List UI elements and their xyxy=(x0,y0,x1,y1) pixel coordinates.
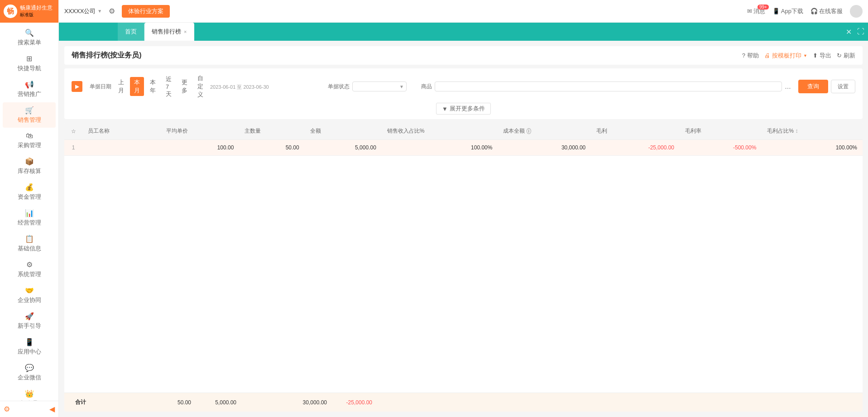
template-print-label: 按模板打印 xyxy=(772,52,801,60)
footer-row: 合计 50.00 5,000.00 30,000.00 -25,000.00 xyxy=(70,397,857,408)
sidebar-item-inventory-label: 库存核算 xyxy=(18,167,41,175)
date-tab-prev[interactable]: 上月 xyxy=(114,77,128,96)
search-btn[interactable]: 查询 xyxy=(798,80,828,93)
gross-pct-sort-icon[interactable]: ↕ xyxy=(795,127,798,134)
settings-btn[interactable]: 设置 xyxy=(831,80,855,93)
table-footer: 合计 50.00 5,000.00 30,000.00 -25,000.00 xyxy=(64,393,863,412)
sidebar-item-finance-label: 资金管理 xyxy=(18,193,41,201)
tab-home[interactable]: 首页 xyxy=(118,23,144,41)
date-tab-7days[interactable]: 近7天 xyxy=(162,74,176,100)
status-select[interactable] xyxy=(352,81,407,91)
sidebar-item-basic[interactable]: 📋 基础信息 xyxy=(3,231,56,256)
filter-buttons: 查询 设置 xyxy=(798,80,855,93)
newbie-icon: 🚀 xyxy=(25,312,34,321)
col-avg-price: 平均单价 xyxy=(161,123,239,140)
sidebar-item-marketing[interactable]: 📢 营销推广 xyxy=(3,77,56,102)
date-tab-year[interactable]: 本年 xyxy=(146,77,160,96)
logo-text: 畅康通好生意 xyxy=(20,5,53,12)
marketing-icon: 📢 xyxy=(25,80,34,89)
col-qty: 主数量 xyxy=(239,123,304,140)
sidebar-item-purchase[interactable]: 🛍 采购管理 xyxy=(3,128,56,153)
sidebar-item-basic-label: 基础信息 xyxy=(18,244,41,253)
sidebar-item-newbie-label: 新手引导 xyxy=(18,322,41,330)
sidebar-item-search-label: 搜索菜单 xyxy=(18,38,41,47)
data-table: ☆ 员工名称 平均单价 主数量 全额 销售收入占比% 成本全额 i 毛利 毛利率… xyxy=(64,123,863,156)
sidebar-collapse-icon[interactable]: ◀ xyxy=(49,405,55,413)
sidebar-item-search[interactable]: 🔍 搜索菜单 xyxy=(3,25,56,50)
sidebar-item-marketing-label: 营销推广 xyxy=(18,90,41,98)
template-print-btn[interactable]: 🖨 按模板打印 ▼ xyxy=(764,52,807,60)
goods-filter: 商品 … xyxy=(421,81,791,91)
cell-cost: 30,000.00 xyxy=(498,140,591,156)
cell-gross-pct: 100.00% xyxy=(762,140,863,156)
sidebar-item-member[interactable]: 👑 畅会员 xyxy=(3,386,56,401)
purchase-icon: 🛍 xyxy=(26,132,33,140)
sidebar-item-app-center[interactable]: 📱 应用中心 xyxy=(3,334,56,359)
cell-gross: -25,000.00 xyxy=(591,140,680,156)
tabbar-right: ✕ ⛶ xyxy=(846,28,868,36)
more-conditions-label: 展开更多条件 xyxy=(450,105,485,113)
message-btn[interactable]: ✉ 消息 99+ xyxy=(747,7,765,15)
date-tab-cur[interactable]: 本月 xyxy=(130,77,144,96)
sidebar-item-finance[interactable]: 💰 资金管理 xyxy=(3,179,56,205)
filter-area: ▶ 单据日期 上月 本月 本年 xyxy=(64,68,863,119)
sidebar-item-collab[interactable]: 🤝 企业协同 xyxy=(3,283,56,308)
app-center-icon: 📱 xyxy=(25,338,34,346)
filter-toggle-icon: ▶ xyxy=(75,83,79,90)
sidebar-item-operation-label: 经营管理 xyxy=(18,219,41,227)
service-icon: 🎧 xyxy=(810,8,818,14)
sidebar-item-inventory[interactable]: 📦 库存核算 xyxy=(3,153,56,179)
company-selector[interactable]: XXXXX公司 ▼ xyxy=(64,7,102,15)
goods-input[interactable] xyxy=(435,81,782,91)
user-avatar[interactable] xyxy=(850,5,863,18)
date-tab-custom[interactable]: 自定义 xyxy=(193,73,207,100)
filter-toggle-btn[interactable]: ▶ xyxy=(72,81,82,92)
filter-row: ▶ 单据日期 上月 本月 本年 xyxy=(72,73,855,100)
refresh-btn[interactable]: ↻ 刷新 xyxy=(837,52,855,60)
more-conditions-btn[interactable]: ▼ 展开更多条件 xyxy=(436,103,491,115)
sidebar-item-quick-nav[interactable]: ⊞ 快捷导航 xyxy=(3,51,56,76)
sidebar-item-purchase-label: 采购管理 xyxy=(18,141,41,149)
service-label: 在线客服 xyxy=(819,7,843,15)
cost-info-icon[interactable]: i xyxy=(527,128,531,134)
sidebar-item-wechat[interactable]: 💬 企业微信 xyxy=(3,360,56,385)
app-download-btn[interactable]: 📱 App下载 xyxy=(772,7,803,15)
more-conditions-row: ▼ 展开更多条件 xyxy=(72,103,855,115)
help-icon: ? xyxy=(742,52,745,59)
search-icon: 🔍 xyxy=(25,29,34,37)
footer-qty: 50.00 xyxy=(160,398,197,407)
cell-gross-rate: -500.00% xyxy=(680,140,762,156)
quick-nav-icon: ⊞ xyxy=(26,54,32,63)
basic-icon: 📋 xyxy=(25,235,34,243)
date-filter: 单据日期 上月 本月 本年 近7天 xyxy=(90,73,313,100)
wechat-icon: 💬 xyxy=(25,364,34,372)
sidebar-item-collab-label: 企业协同 xyxy=(18,296,41,304)
sidebar-item-operation[interactable]: 📊 经营管理 xyxy=(3,205,56,230)
tab-sales-ranking[interactable]: 销售排行榜 × xyxy=(144,23,194,41)
goods-more-icon[interactable]: … xyxy=(785,83,791,90)
col-name: 员工名称 xyxy=(82,123,161,140)
date-tab-more[interactable]: 更多 xyxy=(177,77,192,96)
tab-restore-icon[interactable]: ⛶ xyxy=(857,28,864,36)
topbar-settings-btn[interactable]: ⚙ xyxy=(106,5,118,18)
sidebar-item-system[interactable]: ⚙ 系统管理 xyxy=(3,257,56,282)
sidebar-item-sales[interactable]: 🛒 销售管理 xyxy=(3,102,56,128)
date-tabs: 上月 本月 本年 近7天 更多 xyxy=(114,73,207,100)
sidebar-bottom: ⚙ ◀ xyxy=(0,401,58,417)
export-btn[interactable]: ⬆ 导出 xyxy=(813,52,831,60)
tab-home-label: 首页 xyxy=(125,28,137,36)
sidebar-logo: 畅 畅康通好生意 标准版 xyxy=(0,0,58,23)
footer-label: 合计 xyxy=(70,397,160,408)
sidebar-item-app-center-label: 应用中心 xyxy=(18,348,41,356)
tab-close-window-icon[interactable]: ✕ xyxy=(846,28,852,36)
sidebar-item-newbie[interactable]: 🚀 新手引导 xyxy=(3,308,56,334)
cell-amount: 5,000.00 xyxy=(305,140,382,156)
sidebar-settings-icon[interactable]: ⚙ xyxy=(4,405,10,413)
tab-close-icon[interactable]: × xyxy=(184,29,187,34)
help-btn[interactable]: ? 帮助 xyxy=(742,52,759,60)
col-amount: 全额 xyxy=(305,123,382,140)
status-label: 单据状态 xyxy=(328,83,350,91)
status-filter: 单据状态 ▼ xyxy=(328,81,407,91)
trial-btn[interactable]: 体验行业方案 xyxy=(122,5,170,18)
online-service-btn[interactable]: 🎧 在线客服 xyxy=(810,7,843,15)
